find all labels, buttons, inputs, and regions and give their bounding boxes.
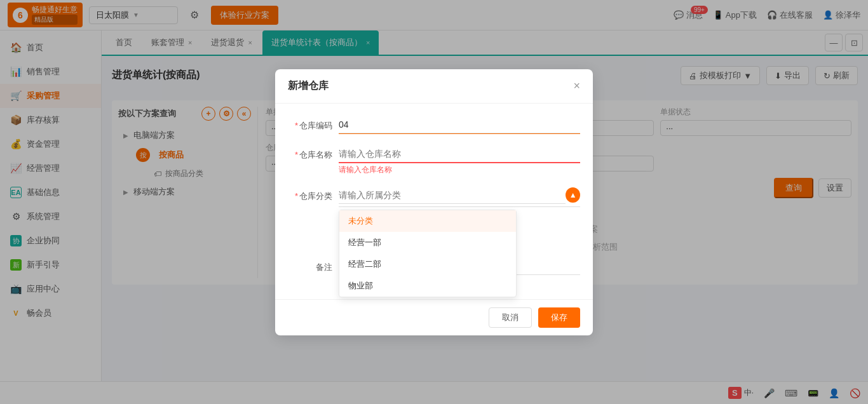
cancel-button[interactable]: 取消: [489, 307, 532, 328]
notes-label: 备注: [288, 258, 339, 273]
dropdown-option-dept1[interactable]: 经营一部: [339, 232, 516, 253]
dropdown-option-uncategorized[interactable]: 未分类: [339, 210, 516, 232]
modal-header: 新增仓库 ×: [275, 69, 593, 104]
code-label: 仓库编码: [288, 116, 339, 131]
name-input[interactable]: [339, 145, 580, 163]
category-dropdown-toggle[interactable]: ▲: [566, 187, 580, 203]
name-control: 请输入仓库名称: [339, 145, 580, 175]
dropdown-option-property[interactable]: 物业部: [339, 275, 516, 297]
form-row-category: 仓库分类 ▲ 未分类 经营一部 经营二部 物业部: [288, 187, 580, 207]
category-dropdown: 未分类 经营一部 经营二部 物业部: [339, 210, 517, 297]
form-row-name: 仓库名称 请输入仓库名称: [288, 145, 580, 175]
save-button[interactable]: 保存: [538, 307, 580, 328]
form-row-code: 仓库编码: [288, 116, 580, 134]
name-error: 请输入仓库名称: [339, 165, 580, 175]
category-control: ▲ 未分类 经营一部 经营二部 物业部: [339, 187, 580, 207]
category-input[interactable]: [339, 187, 566, 204]
dropdown-option-dept2[interactable]: 经营二部: [339, 253, 516, 275]
code-input[interactable]: [339, 116, 580, 133]
modal-close-button[interactable]: ×: [573, 79, 580, 93]
category-label: 仓库分类: [288, 187, 339, 202]
modal-footer: 取消 保存: [275, 299, 593, 335]
name-label: 仓库名称: [288, 145, 339, 161]
modal-body: 仓库编码 仓库名称 请输入仓库名称 仓库分类: [275, 104, 593, 299]
modal-new-warehouse: 新增仓库 × 仓库编码 仓库名称 请输入仓库名称: [275, 69, 593, 335]
modal-overlay[interactable]: 新增仓库 × 仓库编码 仓库名称 请输入仓库名称: [0, 0, 868, 404]
code-control: [339, 116, 580, 134]
modal-title: 新增仓库: [288, 79, 329, 93]
